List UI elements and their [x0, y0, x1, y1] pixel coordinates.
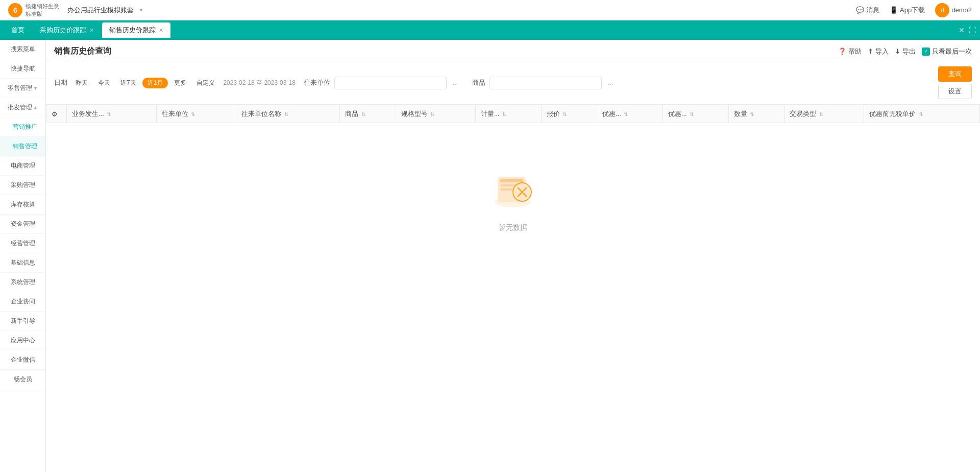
sidebar-item-guide[interactable]: 新手引导	[0, 312, 45, 331]
settings-button[interactable]: 设置	[938, 84, 972, 99]
sidebar-item-enterprise[interactable]: 企业协同	[0, 292, 45, 312]
sidebar-item-finance[interactable]: 资金管理	[0, 215, 45, 234]
th-settings[interactable]: ⚙	[46, 105, 67, 123]
date-btn-last7[interactable]: 近7天	[116, 78, 140, 88]
tab-home[interactable]: 首页	[4, 22, 32, 38]
checkbox-icon: ✓	[922, 48, 930, 56]
app-download-button[interactable]: 📱 App下载	[890, 6, 925, 15]
sidebar-item-retail-mgmt[interactable]: 零售管理 ▼	[0, 79, 45, 98]
retail-mgmt-label: 零售管理	[8, 84, 32, 92]
sidebar-item-app-center[interactable]: 应用中心	[0, 331, 45, 350]
tab-purchase[interactable]: 采购历史价跟踪 ✕	[33, 22, 101, 38]
date-btn-yesterday[interactable]: 昨天	[71, 78, 92, 88]
sidebar: 搜索菜单 快捷导航 零售管理 ▼ 批发管理 ▲ 营销推广 销售管理 电商管理 采…	[0, 40, 46, 472]
date-label: 日期	[54, 78, 67, 87]
sidebar-item-search-menu[interactable]: 搜索菜单	[0, 40, 45, 59]
th-unit[interactable]: 计量... ⇅	[475, 105, 541, 123]
chevron-up-icon: ▲	[33, 105, 38, 110]
product-label: 商品	[472, 78, 485, 87]
only-last-checkbox[interactable]: ✓ 只看最后一次	[922, 47, 972, 56]
top-bar: 6 畅捷销好生意 标准版 办公用品行业模拟账套 ▾ 💬 消息 📱 App下载 d…	[0, 0, 980, 20]
basic-info-label: 基础信息	[11, 259, 35, 266]
sidebar-item-inventory[interactable]: 库存核算	[0, 195, 45, 215]
date-btn-more[interactable]: 更多	[170, 78, 190, 88]
tab-purchase-close[interactable]: ✕	[89, 27, 94, 34]
app-title: 办公用品行业模拟账套	[67, 6, 134, 15]
tab-sales-close[interactable]: ✕	[159, 27, 163, 34]
product-ellipsis: ...	[608, 79, 613, 86]
user-area[interactable]: d demo2	[935, 3, 972, 17]
sort-quote-price-icon: ⇅	[562, 111, 567, 117]
partner-filter-group: 往来单位 ... 商品 ...	[304, 77, 930, 89]
purchase-mgmt-label: 采购管理	[11, 181, 35, 188]
finance-label: 资金管理	[11, 220, 35, 227]
th-pretax-price[interactable]: 优惠前无税单价 ⇅	[864, 105, 980, 123]
empty-state: 暂无数据	[46, 123, 980, 273]
th-discount1[interactable]: 优惠... ⇅	[597, 105, 663, 123]
table-header-row: ⚙ 业务发生... ⇅ 往来单位 ⇅ 往来单位名称 ⇅	[46, 105, 980, 123]
app-title-dropdown[interactable]: ▾	[140, 7, 142, 13]
th-discount2[interactable]: 优惠... ⇅	[663, 105, 728, 123]
export-icon: ⬇	[895, 48, 900, 55]
date-btn-today[interactable]: 今天	[94, 78, 114, 88]
sidebar-item-quick-nav[interactable]: 快捷导航	[0, 59, 45, 79]
data-table: ⚙ 业务发生... ⇅ 往来单位 ⇅ 往来单位名称 ⇅	[46, 105, 980, 123]
sidebar-item-sales-mgmt[interactable]: 销售管理	[0, 137, 45, 156]
date-btn-last1month[interactable]: 近1月	[142, 78, 168, 88]
page-title: 销售历史价查询	[54, 46, 111, 57]
app-center-label: 应用中心	[11, 337, 35, 344]
logo-text: 畅捷销好生意 标准版	[26, 3, 59, 17]
guide-label: 新手引导	[11, 317, 35, 324]
th-quote-price[interactable]: 报价 ⇅	[541, 105, 597, 123]
close-window-icon[interactable]: ✕	[959, 26, 965, 34]
maximize-window-icon[interactable]: ⛶	[969, 26, 976, 34]
th-trade-type[interactable]: 交易类型 ⇅	[785, 105, 864, 123]
help-button[interactable]: ❓ 帮助	[838, 47, 862, 56]
date-btn-custom[interactable]: 自定义	[192, 78, 219, 88]
sort-partner-code-icon: ⇅	[191, 111, 195, 117]
page-header: 销售历史价查询 ❓ 帮助 ⬆ 导入 ⬇ 导出 ✓ 只看最后一次	[46, 40, 980, 61]
sidebar-item-corp-wechat[interactable]: 企业微信	[0, 350, 45, 370]
export-button[interactable]: ⬇ 导出	[895, 47, 916, 56]
inventory-label: 库存核算	[11, 201, 35, 208]
tab-sales[interactable]: 销售历史价跟踪 ✕	[102, 22, 170, 38]
corp-wechat-label: 企业微信	[11, 356, 35, 363]
th-partner-code[interactable]: 往来单位 ⇅	[156, 105, 236, 123]
table-container: ⚙ 业务发生... ⇅ 往来单位 ⇅ 往来单位名称 ⇅	[46, 105, 980, 472]
sort-unit-icon: ⇅	[502, 111, 506, 117]
sort-quantity-icon: ⇅	[750, 111, 754, 117]
ecommerce-label: 电商管理	[11, 162, 35, 169]
svg-rect-2	[500, 179, 523, 182]
sidebar-item-system[interactable]: 系统管理	[0, 273, 45, 292]
query-button[interactable]: 查询	[938, 66, 972, 82]
membership-label: 畅会员	[14, 375, 32, 383]
th-partner-name[interactable]: 往来单位名称 ⇅	[236, 105, 340, 123]
th-biz-date[interactable]: 业务发生... ⇅	[67, 105, 157, 123]
help-icon: ❓	[838, 48, 846, 55]
sort-partner-name-icon: ⇅	[284, 111, 288, 117]
sort-spec-icon: ⇅	[430, 111, 434, 117]
sidebar-item-basic-info[interactable]: 基础信息	[0, 253, 45, 273]
sidebar-item-marketing[interactable]: 营销推广	[0, 117, 45, 137]
system-label: 系统管理	[11, 278, 35, 286]
sales-mgmt-label: 销售管理	[13, 143, 37, 150]
header-actions: ❓ 帮助 ⬆ 导入 ⬇ 导出 ✓ 只看最后一次	[838, 47, 972, 56]
product-input[interactable]	[489, 77, 602, 89]
enterprise-label: 企业协同	[11, 298, 35, 305]
sidebar-item-purchase-mgmt[interactable]: 采购管理	[0, 176, 45, 195]
top-bar-left: 6 畅捷销好生意 标准版 办公用品行业模拟账套 ▾	[8, 3, 142, 17]
sidebar-item-operations[interactable]: 经营管理	[0, 234, 45, 253]
date-range-display: 2023-02-18 至 2023-03-18	[223, 79, 295, 87]
quick-nav-label: 快捷导航	[11, 65, 35, 72]
th-spec[interactable]: 规格型号 ⇅	[396, 105, 475, 123]
sidebar-item-wholesale-mgmt[interactable]: 批发管理 ▲	[0, 98, 45, 117]
partner-input[interactable]	[334, 77, 447, 89]
th-product[interactable]: 商品 ⇅	[340, 105, 396, 123]
th-quantity[interactable]: 数量 ⇅	[728, 105, 784, 123]
import-button[interactable]: ⬆ 导入	[868, 47, 889, 56]
sidebar-item-ecommerce[interactable]: 电商管理	[0, 156, 45, 176]
import-icon: ⬆	[868, 48, 873, 55]
message-button[interactable]: 💬 消息	[856, 6, 879, 15]
operations-label: 经营管理	[11, 240, 35, 247]
sidebar-item-membership[interactable]: 畅会员	[0, 370, 45, 389]
